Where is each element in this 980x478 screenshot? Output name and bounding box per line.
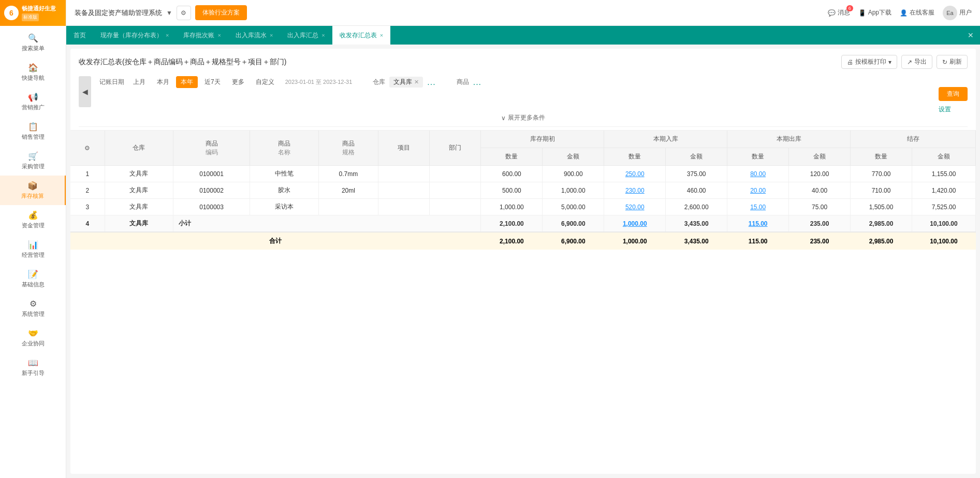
close-all-tabs[interactable]: ✕ (961, 31, 980, 39)
total-open-qty: 2,100.00 (481, 232, 543, 250)
row-warehouse: 文具库 (105, 199, 173, 215)
top-header-left: 装备及固定资产辅助管理系统 ▼ ⚙ 体验行业方案 (75, 5, 247, 20)
sidebar-item-purchase[interactable]: 🛒采购管理 (0, 146, 66, 176)
date-range: 2023-01-01 至 2023-12-31 (285, 78, 353, 86)
row-name: 胶水 (250, 182, 318, 199)
tab-label: 库存批次账 (183, 31, 214, 40)
sidebar-item-label: 库存核算 (21, 192, 44, 200)
subtotal-in-qty[interactable]: 1,000.00 (604, 215, 666, 233)
closing-amt-header: 金额 (912, 148, 975, 166)
message-btn[interactable]: 💬 消息 6 (828, 8, 850, 17)
sidebar-item-finance[interactable]: 💰资金管理 (0, 205, 66, 235)
row-in-qty[interactable]: 520.00 (604, 199, 666, 215)
row-out-qty[interactable]: 80.00 (727, 166, 789, 182)
project-col-header: 项目 (378, 131, 430, 166)
tab-close-inout-flow[interactable]: × (270, 32, 273, 38)
main-card: 收发存汇总表(按仓库＋商品编码＋商品＋规格型号＋项目＋部门) 🖨 按模板打印 ▾… (70, 49, 976, 474)
system-dropdown[interactable]: ▼ (166, 9, 172, 17)
date-btn-本月[interactable]: 本月 (152, 76, 174, 88)
warehouse-col-header: 仓库 (105, 131, 173, 166)
row-code: 0100003 (173, 199, 250, 215)
sidebar-item-label: 经营管理 (22, 251, 45, 259)
sidebar-item-basic[interactable]: 📝基础信息 (0, 264, 66, 294)
page-title: 收发存汇总表(按仓库＋商品编码＋商品＋规格型号＋项目＋部门) (79, 57, 286, 67)
sidebar-item-cooperation[interactable]: 🤝企业协同 (0, 323, 66, 353)
tab-close-inout-summary[interactable]: × (321, 32, 325, 38)
sidebar-item-system[interactable]: ⚙系统管理 (0, 294, 66, 323)
settings-icon-btn[interactable]: ⚙ (177, 6, 191, 20)
out-group-header: 本期出库 (727, 131, 851, 148)
tab-inout-summary[interactable]: 出入库汇总× (280, 26, 332, 45)
tab-label: 现存量（库存分布表） (100, 31, 163, 40)
tab-receive-summary[interactable]: 收发存汇总表× (332, 26, 390, 45)
date-btn-近7天[interactable]: 近7天 (200, 76, 225, 88)
row-project (378, 182, 430, 199)
row-in-amt: 375.00 (666, 166, 727, 182)
expand-more-btn[interactable]: ∨ 展开更多条件 (501, 111, 545, 124)
tab-close-batch[interactable]: × (217, 32, 221, 38)
goods-more-btn[interactable]: ... (473, 78, 481, 87)
code-col-header: 商品编码 (173, 131, 250, 166)
tab-close-receive-summary[interactable]: × (380, 32, 383, 38)
row-out-qty[interactable]: 15.00 (727, 199, 789, 215)
subtotal-row: 4 文具库 小计 2,100.00 6,900.00 1,000.00 3,43… (70, 215, 976, 233)
date-btn-更多[interactable]: 更多 (227, 76, 249, 88)
message-icon: 💬 (828, 9, 836, 17)
row-dept (430, 199, 481, 215)
warehouse-tag-close[interactable]: ✕ (414, 79, 419, 85)
app-download-btn[interactable]: 📱 App下载 (858, 8, 891, 17)
row-code: 0100002 (173, 182, 250, 199)
sidebar-item-marketing[interactable]: 📢营销推广 (0, 87, 66, 117)
sidebar-item-operation[interactable]: 📊经营管理 (0, 235, 66, 264)
refresh-btn[interactable]: ↻ 刷新 (937, 55, 968, 69)
subtotal-in-amt: 3,435.00 (666, 215, 727, 233)
tab-home[interactable]: 首页 (66, 26, 93, 45)
settings-col-header[interactable]: ⚙ (70, 131, 105, 166)
export-btn[interactable]: ↗ 导出 (901, 55, 932, 69)
total-label: 合计 (70, 232, 481, 250)
row-in-qty[interactable]: 230.00 (604, 182, 666, 199)
tab-inout-flow[interactable]: 出入库流水× (228, 26, 280, 45)
query-button[interactable]: 查询 (939, 87, 968, 101)
row-open-amt: 1,000.00 (543, 182, 604, 199)
warehouse-more-btn[interactable]: ... (427, 78, 435, 87)
tab-batch[interactable]: 库存批次账× (176, 26, 228, 45)
date-btn-自定义[interactable]: 自定义 (251, 76, 279, 88)
sidebar-item-sales[interactable]: 📋销售管理 (0, 117, 66, 146)
date-btn-上月[interactable]: 上月 (128, 76, 150, 88)
sidebar-item-guide[interactable]: 📖新手引导 (0, 353, 66, 382)
row-close-qty: 1,505.00 (851, 199, 912, 215)
tab-close-stock-dist[interactable]: × (166, 32, 169, 38)
sidebar-item-search[interactable]: 🔍搜索菜单 (0, 28, 66, 57)
row-in-qty[interactable]: 250.00 (604, 166, 666, 182)
tab-stock-dist[interactable]: 现存量（库存分布表）× (93, 26, 176, 45)
sidebar-item-label: 企业协同 (22, 340, 45, 347)
row-out-amt: 40.00 (789, 182, 851, 199)
trial-button[interactable]: 体验行业方案 (195, 5, 247, 20)
sidebar-item-label: 资金管理 (22, 222, 45, 229)
subtotal-out-qty[interactable]: 115.00 (727, 215, 789, 233)
settings-link[interactable]: 设置 (939, 105, 968, 114)
total-out-qty: 115.00 (727, 232, 789, 250)
date-btn-本年[interactable]: 本年 (176, 76, 198, 88)
sidebar-item-quick-nav[interactable]: 🏠快捷导航 (0, 57, 66, 87)
user-area[interactable]: Ea 用户 (943, 6, 972, 20)
online-service-btn[interactable]: 👤 在线客服 (900, 8, 934, 17)
cooperation-icon: 🤝 (28, 328, 38, 338)
filter-collapse-btn[interactable]: ◀ (79, 76, 91, 107)
expand-arrow-icon: ∨ (501, 114, 506, 122)
in-amt-header: 金额 (666, 148, 727, 166)
row-out-amt: 75.00 (789, 199, 851, 215)
sidebar-item-inventory[interactable]: 📦库存核算 (0, 176, 66, 205)
sidebar-menu: 🔍搜索菜单🏠快捷导航📢营销推广📋销售管理🛒采购管理📦库存核算💰资金管理📊经营管理… (0, 26, 66, 478)
row-out-qty[interactable]: 20.00 (727, 182, 789, 199)
row-spec: 20ml (318, 182, 378, 199)
row-close-qty: 770.00 (851, 166, 912, 182)
subtotal-open-amt: 6,900.00 (543, 215, 604, 233)
sidebar-item-label: 系统管理 (22, 310, 45, 318)
subtotal-no: 4 (70, 215, 105, 233)
sidebar-item-label: 采购管理 (22, 163, 45, 170)
print-template-btn[interactable]: 🖨 按模板打印 ▾ (841, 55, 897, 69)
total-out-amt: 235.00 (789, 232, 851, 250)
search-icon: 🔍 (28, 33, 38, 43)
